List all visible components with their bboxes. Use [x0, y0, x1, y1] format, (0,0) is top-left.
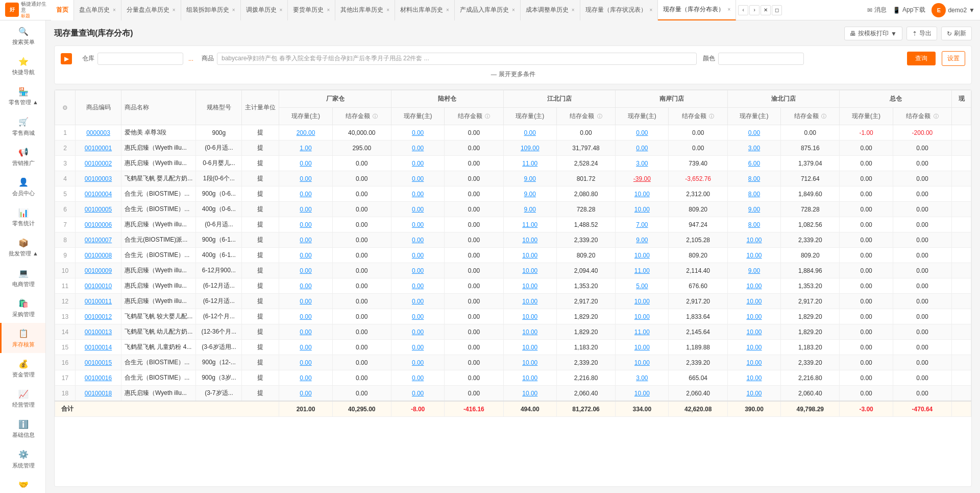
color-input[interactable] — [718, 53, 804, 65]
header-actions: 🖶 按模板打印 ▼ ⇡ 导出 ↻ 刷新 — [844, 27, 972, 40]
sidebar-item-12[interactable]: 📈经营管理 — [0, 383, 45, 413]
top-actions: ✉ 消息 📱 App下载 E demo2 ▼ — [867, 3, 975, 17]
tab-close-btn-4[interactable]: × — [280, 7, 283, 13]
tab-item-2[interactable]: 分量盘点单历史× — [121, 0, 181, 20]
tab-close-btn-6[interactable]: × — [386, 7, 389, 13]
warehouse-input[interactable] — [97, 53, 183, 65]
sidebar-item-8[interactable]: 💻电商管理 — [0, 263, 45, 293]
cell-name: 飞鹤星飞帆 幼儿配方奶... — [121, 324, 196, 340]
filter-toggle-btn[interactable]: ▶ — [61, 53, 72, 64]
cell-wh1-stock: 0.00 — [279, 386, 332, 402]
tab-close-btn-11[interactable]: × — [727, 7, 730, 12]
sidebar-item-10[interactable]: 📋库存核算 — [0, 323, 45, 353]
sum-wh5-amt: 49,798.29 — [781, 401, 840, 417]
cell-wh4-stock: 10.00 — [616, 355, 669, 370]
export-button[interactable]: ⇡ 导出 — [906, 27, 937, 40]
tab-item-9[interactable]: 成本调整单历史× — [521, 0, 580, 20]
sidebar-item-2[interactable]: 🏪零售管理 ▲ — [0, 81, 45, 111]
cell-tot-amt: 0.00 — [893, 248, 951, 263]
sidebar-icon-1: ⭐ — [18, 56, 29, 67]
tab-nav-close[interactable]: ✕ — [761, 5, 771, 15]
cell-wh4-amt: 1,833.64 — [669, 309, 727, 324]
settings-button[interactable]: 设置 — [942, 51, 965, 66]
goods-input[interactable] — [217, 53, 697, 65]
user-avatar[interactable]: E demo2 ▼ — [932, 3, 975, 17]
search-button[interactable]: 查询 — [907, 52, 936, 65]
sidebar-item-15[interactable]: 🤝企业协同 — [0, 474, 45, 493]
tab-nav-expand[interactable]: ◻ — [772, 5, 782, 15]
cell-wh1-amt: 0.00 — [332, 370, 391, 386]
cell-unit: 提 — [242, 217, 279, 232]
tab-close-btn-7[interactable]: × — [446, 7, 449, 13]
sidebar-label-11: 资金管理 — [12, 371, 35, 378]
cell-wh5-amt: 1,353.20 — [781, 278, 840, 294]
thead-group-row: ⚙ 商品编码 商品名称 规格型号 主计量单位 厂家仓 陆村仓 江北门店 南岸门店… — [55, 90, 971, 108]
cell-tot-amt: 0.00 — [893, 278, 951, 294]
cell-cur — [952, 202, 971, 217]
expand-btn[interactable]: ⸻ 展开更多条件 — [491, 70, 535, 79]
cell-wh4-stock: 9.00 — [616, 232, 669, 248]
avatar-img: E — [932, 3, 946, 17]
sidebar-item-13[interactable]: ℹ️基础信息 — [0, 413, 45, 443]
sidebar-item-4[interactable]: 📢营销推广 — [0, 142, 45, 172]
sidebar-item-9[interactable]: 🛍️采购管理 — [0, 293, 45, 323]
cell-cur — [952, 370, 971, 386]
tab-nav-left[interactable]: ‹ — [738, 5, 748, 15]
cell-wh5-stock: 8.00 — [727, 186, 780, 202]
cell-wh1-stock: 0.00 — [279, 278, 332, 294]
sidebar-item-3[interactable]: 🛒零售商城 — [0, 111, 45, 142]
sidebar-item-7[interactable]: 📦批发管理 ▲ — [0, 232, 45, 262]
cell-tot-amt: 0.00 — [893, 171, 951, 186]
cell-wh4-stock: 10.00 — [616, 186, 669, 202]
tab-item-5[interactable]: 要货单历史× — [288, 0, 335, 20]
tab-close-btn-5[interactable]: × — [327, 7, 330, 13]
th-unit: 主计量单位 — [242, 90, 279, 125]
sidebar-item-6[interactable]: 📊零售统计 — [0, 202, 45, 232]
sidebar-item-11[interactable]: 💰资金管理 — [0, 353, 45, 383]
tab-item-0[interactable]: 首页 — [51, 0, 74, 20]
tab-item-10[interactable]: 现存量（库存状况表）× — [580, 0, 658, 20]
warehouse-dots[interactable]: ... — [186, 55, 195, 62]
sidebar-item-5[interactable]: 👤会员中心 — [0, 172, 45, 202]
cell-wh1-stock: 0.00 — [279, 232, 332, 248]
th-settings[interactable]: ⚙ — [55, 90, 76, 125]
app-download-btn[interactable]: 📱 App下载 — [893, 6, 925, 14]
tab-nav-right[interactable]: › — [749, 5, 760, 15]
cell-wh1-stock: 0.00 — [279, 217, 332, 232]
tab-item-8[interactable]: 产成品入库单历史× — [455, 0, 521, 20]
tab-item-1[interactable]: 盘点单历史× — [74, 0, 121, 20]
tab-item-11[interactable]: 现存量（库存分布表）× — [658, 0, 736, 20]
sidebar-item-1[interactable]: ⭐快捷导航 — [0, 51, 45, 81]
tab-close-btn-9[interactable]: × — [572, 7, 575, 13]
cell-wh1-stock: 0.00 — [279, 186, 332, 202]
table-row: 10 00100009 惠氏启臻（Wyeth illu... 6-12月900.… — [55, 263, 971, 278]
tab-close-btn-8[interactable]: × — [512, 7, 515, 13]
tab-close-btn-10[interactable]: × — [650, 7, 653, 13]
tab-item-4[interactable]: 调拨单历史× — [241, 0, 288, 20]
cell-name: 惠氏启臻（Wyeth illu... — [121, 278, 196, 294]
print-button[interactable]: 🖶 按模板打印 ▼ — [844, 27, 902, 40]
cell-code: 00100005 — [76, 202, 121, 217]
logo-area: 好 畅捷通好生意 标题 — [5, 1, 51, 19]
sidebar-label-2: 零售管理 ▲ — [9, 99, 38, 106]
sidebar-label-14: 系统管理 — [12, 462, 35, 469]
tab-close-btn-3[interactable]: × — [232, 7, 235, 13]
th-cur-sub — [952, 108, 971, 125]
sidebar-item-14[interactable]: ⚙️系统管理 — [0, 444, 45, 474]
refresh-button[interactable]: ↻ 刷新 — [941, 27, 972, 40]
cell-cur — [952, 156, 971, 171]
tab-item-3[interactable]: 组装拆卸单历史× — [181, 0, 241, 20]
cell-name: 爱他美 卓尊3段 — [121, 125, 196, 140]
tab-close-btn-2[interactable]: × — [173, 7, 176, 13]
cell-unit: 提 — [242, 202, 279, 217]
cell-spec: (6-12个月... — [196, 309, 242, 324]
cell-code: 00100012 — [76, 309, 121, 324]
message-btn[interactable]: ✉ 消息 — [867, 6, 887, 14]
cell-wh2-amt: 0.00 — [445, 232, 503, 248]
tab-close-btn-1[interactable]: × — [113, 7, 116, 13]
cell-wh1-amt: 0.00 — [332, 355, 391, 370]
tab-item-7[interactable]: 材料出库单历史× — [395, 0, 455, 20]
tab-item-6[interactable]: 其他出库单历史× — [335, 0, 395, 20]
cell-tot-amt: 0.00 — [893, 202, 951, 217]
sidebar-item-0[interactable]: 🔍搜索英单 — [0, 20, 45, 51]
